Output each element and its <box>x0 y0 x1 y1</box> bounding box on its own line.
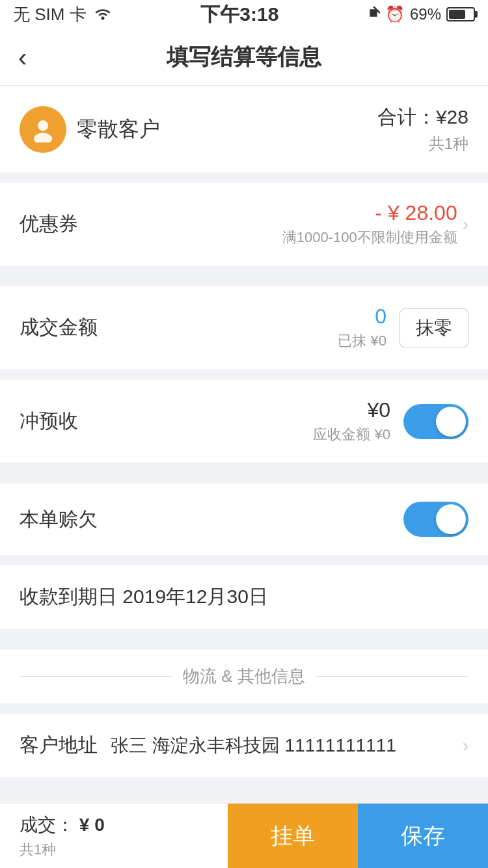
deal-amount-label: 成交金额 <box>20 314 98 341</box>
address-section[interactable]: 客户地址 张三 海淀永丰科技园 11111111111 › <box>0 714 488 777</box>
deal-rounding-label: 已抹 ¥0 <box>338 331 386 351</box>
prepay-section: 冲预收 ¥0 应收金额 ¥0 <box>0 379 488 463</box>
section-divider-1 <box>0 276 488 286</box>
svg-point-2 <box>34 133 52 142</box>
total-amount: 合计：¥28 <box>377 104 468 131</box>
customer-name: 零散客户 <box>77 115 160 144</box>
bottom-buttons: 挂单 保存 <box>228 804 488 868</box>
logistics-divider-right <box>316 676 468 677</box>
logistics-header: 物流 & 其他信息 <box>0 649 488 703</box>
debt-section: 本单赊欠 <box>0 483 488 555</box>
coupon-discount: - ¥ 28.00 <box>282 201 457 225</box>
total-count: 共1种 <box>377 133 468 154</box>
coupon-section[interactable]: 优惠券 - ¥ 28.00 满1000-100不限制使用金额 › <box>0 183 488 265</box>
carrier-text: 无 SIM 卡 <box>13 3 87 26</box>
deal-amount-section: 成交金额 0 已抹 ¥0 抹零 <box>0 286 488 369</box>
bottom-count: 共1种 <box>20 840 228 860</box>
deal-value-block: 0 已抹 ¥0 <box>338 305 386 351</box>
round-button[interactable]: 抹零 <box>400 308 468 347</box>
bottom-bar: 成交： ¥ 0 共1种 挂单 保存 <box>0 803 488 868</box>
bottom-deal-label: 成交： <box>20 815 74 835</box>
prepay-right: ¥0 应收金额 ¥0 <box>313 398 468 444</box>
logistics-label: 物流 & 其他信息 <box>183 665 305 688</box>
address-chevron-icon: › <box>463 735 468 756</box>
prepay-toggle[interactable] <box>403 404 468 439</box>
wifi-icon <box>93 5 113 25</box>
deal-amount-right: 0 已抹 ¥0 抹零 <box>338 305 468 351</box>
customer-right: 合计：¥28 共1种 <box>377 104 468 154</box>
deal-amount-value: 0 <box>338 305 386 329</box>
section-divider-2 <box>0 473 488 483</box>
address-value: 张三 海淀永丰科技园 11111111111 <box>111 733 463 758</box>
svg-point-1 <box>38 120 48 131</box>
page-title: 填写结算等信息 <box>167 42 321 72</box>
debt-toggle[interactable] <box>403 502 468 537</box>
status-bar: 无 SIM 卡 下午3:18 ⏰ 69% <box>0 0 488 29</box>
logistics-divider-left <box>20 676 172 677</box>
coupon-label: 优惠券 <box>20 211 78 237</box>
bottom-info: 成交： ¥ 0 共1种 <box>0 804 228 868</box>
debt-label: 本单赊欠 <box>20 506 98 533</box>
prepay-value-block: ¥0 应收金额 ¥0 <box>313 398 390 444</box>
bottom-deal-row: 成交： ¥ 0 <box>20 813 228 837</box>
coupon-chevron-icon: › <box>463 214 468 235</box>
location-icon <box>367 5 380 23</box>
coupon-description: 满1000-100不限制使用金额 <box>282 228 457 247</box>
coupon-value-block: - ¥ 28.00 满1000-100不限制使用金额 <box>282 201 457 247</box>
due-date-text: 收款到期日 2019年12月30日 <box>20 584 468 610</box>
status-right: ⏰ 69% <box>367 5 475 23</box>
logistics-section: 物流 & 其他信息 <box>0 649 488 703</box>
toggle-knob <box>436 407 466 437</box>
prepay-label: 冲预收 <box>20 408 78 435</box>
save-button[interactable]: 保存 <box>358 804 488 868</box>
prepay-receivable-label: 应收金额 ¥0 <box>313 425 390 444</box>
hang-button[interactable]: 挂单 <box>228 804 358 868</box>
section-divider-3 <box>0 639 488 649</box>
status-left: 无 SIM 卡 <box>13 3 113 26</box>
nav-bar: ‹ 填写结算等信息 <box>0 29 488 86</box>
address-key-label: 客户地址 <box>20 732 98 759</box>
battery-icon <box>446 7 475 21</box>
status-time: 下午3:18 <box>200 1 278 28</box>
debt-toggle-knob <box>436 504 466 534</box>
content-area: 零散客户 合计：¥28 共1种 优惠券 - ¥ 28.00 满1000-100不… <box>0 86 488 859</box>
alarm-icon: ⏰ <box>385 5 405 23</box>
back-button[interactable]: ‹ <box>18 44 27 70</box>
due-date-section: 收款到期日 2019年12月30日 <box>0 565 488 629</box>
avatar <box>20 106 66 153</box>
bottom-deal-amount: ¥ 0 <box>79 815 105 835</box>
coupon-right: - ¥ 28.00 满1000-100不限制使用金额 › <box>282 201 468 247</box>
customer-section: 零散客户 合计：¥28 共1种 <box>0 86 488 172</box>
battery-percent: 69% <box>410 5 441 23</box>
svg-point-0 <box>101 16 104 20</box>
prepay-amount-value: ¥0 <box>313 398 390 422</box>
customer-left: 零散客户 <box>20 106 160 153</box>
